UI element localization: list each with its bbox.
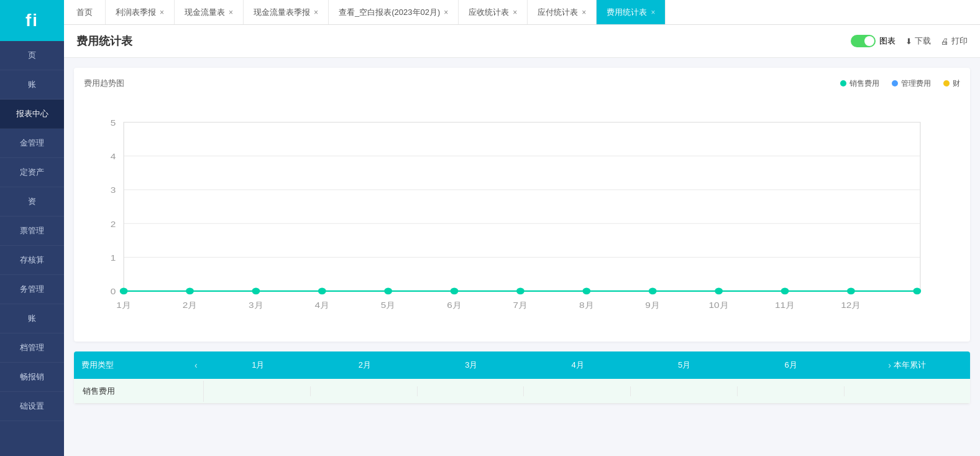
tab-payable[interactable]: 应付统计表 × xyxy=(528,0,597,25)
tab-label: 现金流量表季报 xyxy=(254,7,310,18)
sidebar-item-file-mgmt[interactable]: 档管理 xyxy=(0,333,64,363)
content-area: 费用趋势图 销售费用 管理费用 财 xyxy=(64,58,980,456)
tab-cashflow[interactable]: 现金流量表 × xyxy=(175,0,244,25)
sidebar-item-investment[interactable]: 资 xyxy=(0,187,64,216)
svg-text:8月: 8月 xyxy=(579,300,594,310)
sidebar-item-service-mgmt[interactable]: 务管理 xyxy=(0,275,64,304)
legend-admin-expense: 管理费用 xyxy=(892,78,931,89)
tab-label: 现金流量表 xyxy=(185,7,225,18)
sidebar-item-inventory[interactable]: 存核算 xyxy=(0,246,64,275)
tab-receivable[interactable]: 应收统计表 × xyxy=(459,0,528,25)
svg-point-21 xyxy=(649,287,657,294)
chart-toggle[interactable] xyxy=(851,35,876,47)
sidebar-item-ledger[interactable]: 账 xyxy=(0,304,64,333)
tab-label: 利润表季报 xyxy=(116,7,156,18)
td-ytd xyxy=(845,386,970,396)
svg-text:0: 0 xyxy=(111,287,116,296)
legend-label-finance: 财 xyxy=(953,78,960,89)
th-mar: 3月 xyxy=(418,360,524,371)
chart-svg: 0 1 2 3 4 5 xyxy=(84,95,960,332)
td-expense-type: 销售费用 xyxy=(74,381,204,402)
tab-close-receivable[interactable]: × xyxy=(513,8,517,17)
nav-next-arrow[interactable]: › xyxy=(888,360,891,370)
legend-label-sales: 销售费用 xyxy=(849,78,879,89)
svg-text:1: 1 xyxy=(111,253,116,263)
legend-finance-expense: 财 xyxy=(943,78,960,89)
tab-close-profit-quarterly[interactable]: × xyxy=(160,8,164,17)
svg-text:6月: 6月 xyxy=(447,300,462,310)
download-button[interactable]: ⬇ 下载 xyxy=(905,35,931,47)
th-may-label: 5月 xyxy=(678,360,690,371)
svg-point-13 xyxy=(120,287,128,294)
th-jan: 1月 xyxy=(205,360,311,371)
download-icon: ⬇ xyxy=(905,37,912,46)
nav-prev-arrow[interactable]: ‹ xyxy=(195,360,198,370)
svg-text:1月: 1月 xyxy=(116,300,131,310)
svg-text:4月: 4月 xyxy=(314,300,329,310)
svg-text:10月: 10月 xyxy=(708,300,728,310)
svg-point-15 xyxy=(252,287,260,294)
sidebar-item-account[interactable]: 账 xyxy=(0,70,64,100)
svg-point-22 xyxy=(715,287,723,294)
chart-header: 费用趋势图 销售费用 管理费用 财 xyxy=(84,78,960,89)
svg-text:5月: 5月 xyxy=(381,300,396,310)
svg-point-16 xyxy=(318,287,326,294)
tab-expense-stats[interactable]: 费用统计表 × xyxy=(597,0,666,25)
th-mar-label: 3月 xyxy=(465,360,477,371)
main-area: 首页 利润表季报 × 现金流量表 × 现金流量表季报 × 查看_空白报表(202… xyxy=(64,0,980,456)
legend-label-admin: 管理费用 xyxy=(901,78,931,89)
tab-profit-quarterly[interactable]: 利润表季报 × xyxy=(106,0,175,25)
legend-sales-expense: 销售费用 xyxy=(840,78,879,89)
legend-dot-sales xyxy=(840,80,846,86)
svg-text:9月: 9月 xyxy=(645,300,660,310)
svg-point-23 xyxy=(781,287,789,294)
td-may xyxy=(631,386,738,396)
sidebar-item-report-center[interactable]: 报表中心 xyxy=(0,100,64,129)
tab-blank-report[interactable]: 查看_空白报表(2023年02月) × xyxy=(329,0,459,25)
th-jun: 6月 xyxy=(738,360,844,371)
td-mar xyxy=(418,386,524,396)
sidebar-item-fund-mgmt[interactable]: 金管理 xyxy=(0,129,64,158)
tab-cashflow-quarterly[interactable]: 现金流量表季报 × xyxy=(244,0,329,25)
svg-text:12月: 12月 xyxy=(841,300,861,310)
chart-container: 0 1 2 3 4 5 xyxy=(84,95,960,332)
svg-point-20 xyxy=(582,287,590,294)
th-ytd: › 本年累计 xyxy=(844,360,970,371)
svg-text:5: 5 xyxy=(111,118,116,128)
sidebar-logo: fi xyxy=(0,0,64,41)
svg-point-19 xyxy=(516,287,524,294)
svg-text:2月: 2月 xyxy=(183,300,198,310)
sidebar-item-expense-report[interactable]: 畅报销 xyxy=(0,363,64,392)
th-apr: 4月 xyxy=(524,360,631,371)
svg-point-17 xyxy=(384,287,392,294)
tab-close-cashflow[interactable]: × xyxy=(229,8,233,17)
chart-legend: 销售费用 管理费用 财 xyxy=(840,78,960,89)
sidebar-item-base-settings[interactable]: 础设置 xyxy=(0,392,64,421)
th-ytd-label: 本年累计 xyxy=(894,360,926,371)
svg-point-24 xyxy=(847,287,855,294)
sidebar-item-fixed-assets[interactable]: 定资产 xyxy=(0,158,64,187)
sidebar-item-ticket-mgmt[interactable]: 票管理 xyxy=(0,216,64,246)
tab-home[interactable]: 首页 xyxy=(64,0,106,25)
tab-close-blank-report[interactable]: × xyxy=(444,8,448,17)
tab-close-cashflow-quarterly[interactable]: × xyxy=(314,8,318,17)
th-expense-type: 费用类型 ‹ xyxy=(74,360,205,371)
svg-text:7月: 7月 xyxy=(513,300,528,310)
legend-dot-finance xyxy=(943,80,950,86)
sidebar-item-home[interactable]: 页 xyxy=(0,41,64,70)
tab-label: 查看_空白报表(2023年02月) xyxy=(339,7,440,18)
tab-close-expense-stats[interactable]: × xyxy=(651,8,655,17)
print-button[interactable]: 🖨 打印 xyxy=(941,35,968,47)
chart-toggle-label: 图表 xyxy=(879,35,895,47)
header-actions: 图表 ⬇ 下载 🖨 打印 xyxy=(851,35,968,47)
chart-toggle-wrap: 图表 xyxy=(851,35,895,47)
td-apr xyxy=(524,386,631,396)
tab-label: 应付统计表 xyxy=(538,7,578,18)
table-row: 销售费用 xyxy=(74,379,970,404)
tab-close-payable[interactable]: × xyxy=(582,8,586,17)
svg-text:3月: 3月 xyxy=(249,300,263,310)
tab-label: 应收统计表 xyxy=(469,7,509,18)
print-label: 打印 xyxy=(951,35,968,47)
th-may: 5月 xyxy=(631,360,737,371)
th-feb: 2月 xyxy=(311,360,418,371)
